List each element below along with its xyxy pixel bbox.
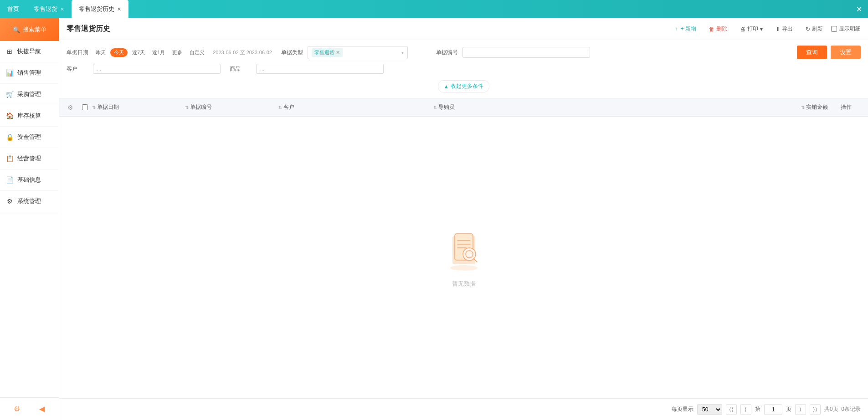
main-layout: 🔍 搜索菜单 ⊞ 快捷导航 📊 销售管理 🛒 采购管理 🏠 库存核算 🔒 — [0, 18, 868, 420]
date-btn-group: 昨天 今天 近7天 近1月 更多 自定义 — [93, 48, 207, 57]
first-page-button[interactable]: ⟨⟨ — [726, 404, 737, 415]
sidebar-search[interactable]: 🔍 搜索菜单 — [0, 18, 59, 41]
print-dropdown-icon: ▾ — [760, 26, 763, 32]
filter-area: 单据日期 昨天 今天 近7天 近1月 更多 自定义 2023-06-02 至 2… — [59, 40, 868, 98]
collapse-up-icon: ▲ — [444, 83, 449, 90]
date-btn-more[interactable]: 更多 — [169, 48, 185, 57]
tab-retail-return-close[interactable]: ✕ — [60, 6, 64, 12]
bill-type-tag-close[interactable]: ✕ — [336, 50, 340, 56]
sidebar-collapse-button[interactable]: ◀ — [35, 402, 49, 416]
delete-icon: 🗑 — [709, 26, 714, 32]
house-icon: 🏠 — [5, 112, 14, 120]
sort-icon-2: ⇅ — [185, 105, 189, 110]
window-close-button[interactable]: ✕ — [850, 0, 868, 18]
table-settings-icon[interactable]: ⚙ — [63, 104, 77, 111]
goods-label: 商品 — [230, 65, 252, 73]
tab-retail-return[interactable]: 零售退货 ✕ — [26, 0, 72, 18]
last-page-button[interactable]: ⟩⟩ — [810, 404, 821, 415]
query-button[interactable]: 查询 — [797, 46, 827, 59]
sidebar-item-sales[interactable]: 📊 销售管理 — [0, 62, 59, 84]
table-container: ⚙ ⇅ 单据日期 ⇅ 单据编号 ⇅ 客户 ⇅ 导购员 — [59, 98, 868, 420]
display-detail-checkbox[interactable]: 显示明细 — [831, 25, 861, 33]
search-icon: 🔍 — [13, 26, 20, 33]
tab-list: 首页 零售退货 ✕ 零售退货历史 ✕ — [0, 0, 850, 18]
th-operation: 操作 — [828, 103, 864, 111]
clipboard-icon: 📋 — [5, 154, 14, 163]
date-btn-custom[interactable]: 自定义 — [187, 48, 207, 57]
sidebar-settings-button[interactable]: ⚙ — [10, 402, 24, 416]
table-header: ⚙ ⇅ 单据日期 ⇅ 单据编号 ⇅ 客户 ⇅ 导购员 — [59, 98, 868, 117]
print-icon: 🖨 — [740, 26, 745, 32]
display-detail-input[interactable] — [831, 26, 837, 32]
date-btn-today[interactable]: 今天 — [110, 48, 128, 57]
plus-icon: ＋ — [673, 25, 679, 33]
sidebar-item-inventory[interactable]: 🏠 库存核算 — [0, 105, 59, 127]
sidebar-item-purchase[interactable]: 🛒 采购管理 — [0, 84, 59, 105]
svg-point-0 — [450, 265, 478, 271]
sort-icon-5: ⇅ — [801, 105, 805, 110]
date-btn-7days[interactable]: 近7天 — [129, 48, 148, 57]
sidebar-item-finance[interactable]: 🔒 资金管理 — [0, 127, 59, 148]
refresh-button[interactable]: ↻ 刷新 — [801, 23, 827, 35]
sidebar-item-system[interactable]: ⚙ 系统管理 — [0, 191, 59, 212]
doc-icon: 📄 — [5, 176, 14, 184]
settings-button[interactable]: 设置 — [831, 46, 861, 59]
empty-illustration — [441, 227, 487, 272]
th-bill-no[interactable]: ⇅ 单据编号 — [185, 103, 278, 111]
new-button[interactable]: ＋ + 新增 — [669, 23, 701, 35]
date-btn-1month[interactable]: 近1月 — [149, 48, 168, 57]
total-info: 共0页, 0条记录 — [824, 405, 861, 413]
cart-icon: 🛒 — [5, 90, 14, 98]
export-icon: ⬆ — [776, 26, 780, 32]
bill-type-dropdown-icon: ▾ — [401, 50, 404, 55]
bill-no-label: 单据编号 — [436, 49, 459, 56]
sidebar: 🔍 搜索菜单 ⊞ 快捷导航 📊 销售管理 🛒 采购管理 🏠 库存核算 🔒 — [0, 18, 59, 420]
empty-text: 暂无数据 — [452, 280, 476, 288]
empty-state: 暂无数据 — [59, 117, 868, 398]
tab-retail-return-history-close[interactable]: ✕ — [117, 6, 121, 12]
sidebar-item-basic-info[interactable]: 📄 基础信息 — [0, 169, 59, 191]
th-guide[interactable]: ⇅ 导购员 — [433, 103, 550, 111]
date-range-display: 2023-06-02 至 2023-06-02 — [213, 49, 272, 56]
gear-icon: ⚙ — [5, 197, 14, 205]
bill-no-input[interactable] — [462, 47, 590, 58]
sort-icon: ⇅ — [92, 105, 96, 110]
goods-select[interactable]: ... — [256, 64, 384, 74]
print-button[interactable]: 🖨 打印 ▾ — [735, 23, 767, 35]
customer-dots: ... — [97, 66, 101, 72]
top-bar: 首页 零售退货 ✕ 零售退货历史 ✕ ✕ — [0, 0, 868, 18]
bill-date-label: 单据日期 — [67, 49, 89, 56]
next-page-button[interactable]: ⟩ — [795, 404, 806, 415]
prev-page-button[interactable]: ⟨ — [740, 404, 751, 415]
select-all-checkbox[interactable] — [82, 104, 88, 110]
chart-icon: 📊 — [5, 69, 14, 77]
page-input[interactable] — [764, 404, 782, 415]
customer-select[interactable]: ... — [93, 64, 221, 74]
sidebar-item-business[interactable]: 📋 经营管理 — [0, 148, 59, 169]
page-label: 第 — [755, 405, 760, 413]
table-select-all[interactable] — [77, 104, 92, 110]
collapse-filter-button[interactable]: ▲ 收起更多条件 — [438, 80, 490, 92]
content-area: 零售退货历史 ＋ + 新增 🗑 删除 🖨 打印 ▾ ⬆ 导出 — [59, 18, 868, 420]
date-btn-yesterday[interactable]: 昨天 — [93, 48, 108, 57]
sidebar-nav: ⊞ 快捷导航 📊 销售管理 🛒 采购管理 🏠 库存核算 🔒 资金管理 📋 — [0, 41, 59, 397]
th-bill-date[interactable]: ⇅ 单据日期 — [92, 103, 185, 111]
th-customer[interactable]: ⇅ 客户 — [278, 103, 433, 111]
sidebar-item-quick-nav[interactable]: ⊞ 快捷导航 — [0, 41, 59, 62]
filter-bill-no: 单据编号 — [436, 47, 590, 58]
export-button[interactable]: ⬆ 导出 — [771, 23, 797, 35]
filter-row-2: 客户 ... 商品 ... — [67, 64, 861, 74]
grid-icon: ⊞ — [5, 47, 14, 56]
sort-icon-4: ⇅ — [433, 105, 437, 110]
refresh-icon: ↻ — [806, 26, 810, 32]
header-actions: ＋ + 新增 🗑 删除 🖨 打印 ▾ ⬆ 导出 ↻ — [669, 23, 861, 35]
page-size-select[interactable]: 50 10 20 100 — [697, 404, 722, 415]
filter-bill-date: 单据日期 昨天 今天 近7天 近1月 更多 自定义 2023-06-02 至 2… — [67, 48, 272, 57]
bill-type-label: 单据类型 — [281, 49, 304, 56]
bill-type-select[interactable]: 零售退货 ✕ ▾ — [308, 46, 408, 59]
sidebar-bottom: ⚙ ◀ — [0, 397, 59, 420]
tab-retail-return-history[interactable]: 零售退货历史 ✕ — [72, 0, 128, 18]
th-amount[interactable]: ⇅ 实销金额 — [782, 103, 828, 111]
tab-home[interactable]: 首页 — [0, 0, 26, 18]
delete-button[interactable]: 🗑 删除 — [704, 23, 732, 35]
